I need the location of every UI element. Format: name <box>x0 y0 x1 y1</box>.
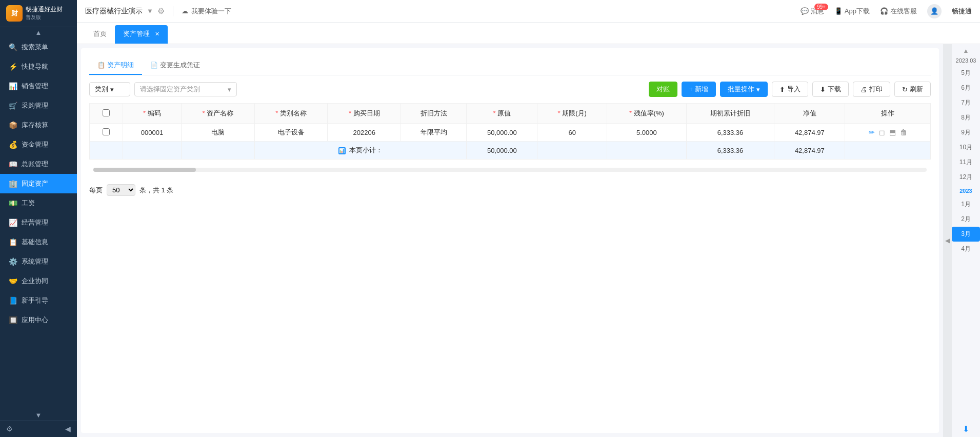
sidebar-item-search[interactable]: 🔍 搜索菜单 <box>0 37 77 57</box>
row-checkbox[interactable] <box>103 128 110 135</box>
col-name: * 资产名称 <box>181 104 254 124</box>
table-row: 000001 电脑 电子设备 202206 年限平均 50,000.00 60 … <box>90 124 931 142</box>
download-label: 下载 <box>828 85 841 94</box>
sidebar-item-system[interactable]: ⚙️ 系统管理 <box>0 252 77 271</box>
download-button[interactable]: ⬇ 下载 <box>812 82 849 97</box>
basic-info-icon: 📋 <box>8 238 17 246</box>
page-size-select[interactable]: 50 10 20 100 <box>107 184 135 196</box>
tab-asset-mgmt-close[interactable]: ✕ <box>155 31 159 37</box>
topbar-feedback[interactable]: ☁ 我要体验一下 <box>182 7 231 16</box>
topbar-settings-icon[interactable]: ⚙ <box>157 6 165 16</box>
username-label: 畅捷通 <box>952 7 972 16</box>
col-period: * 期限(月) <box>537 104 607 124</box>
messages-action[interactable]: 💬 消息 99+ <box>801 7 824 16</box>
date-month-11[interactable]: 11月 <box>952 155 980 170</box>
sidebar-item-app-center[interactable]: 🔲 应用中心 <box>0 310 77 330</box>
sidebar-label-basic-info: 基础信息 <box>22 237 48 247</box>
subtotal-original-value: 50,000.00 <box>467 142 537 160</box>
reconcile-button[interactable]: 对账 <box>649 82 677 97</box>
total-label: 条，共 1 条 <box>139 186 173 195</box>
date-scroll-down[interactable]: ⬇ <box>952 423 980 435</box>
date-month-5[interactable]: 5月 <box>952 66 980 81</box>
tab-home[interactable]: 首页 <box>85 25 115 44</box>
sidebar-label-salary: 工资 <box>22 198 35 208</box>
row-depreciation-method: 年限平均 <box>401 124 467 142</box>
row-period: 60 <box>537 124 607 142</box>
tab-asset-mgmt[interactable]: 资产管理 ✕ <box>115 25 168 44</box>
col-original-value: * 原值 <box>467 104 537 124</box>
sidebar-label-sales: 销售管理 <box>22 82 48 91</box>
date-month-10[interactable]: 10月 <box>952 140 980 155</box>
new-button[interactable]: + 新增 <box>682 82 716 97</box>
edit-icon[interactable]: ✏ <box>869 128 875 136</box>
refresh-button[interactable]: ↻ 刷新 <box>894 82 931 97</box>
scrollbar-thumb[interactable] <box>93 168 196 172</box>
page-size-label: 每页 <box>89 186 103 195</box>
category-filter-select[interactable]: 类别 ▾ <box>89 82 130 96</box>
row-initial-depreciation: 6,333.36 <box>686 124 774 142</box>
col-net-value: 净值 <box>774 104 845 124</box>
sidebar: 财 畅捷通好业财 普及版 ▲ 🔍 搜索菜单 ⚡ 快捷导航 📊 销售管理 🛒 采购… <box>0 0 77 437</box>
sidebar-item-guide[interactable]: 📘 新手引导 <box>0 291 77 310</box>
sidebar-item-fixed-assets[interactable]: 🏢 固定资产 <box>0 174 77 193</box>
download-icon: ⬇ <box>820 86 826 93</box>
category-filter-label: 类别 <box>95 85 108 94</box>
messages-icon: 💬 <box>801 7 809 15</box>
collapse-icon[interactable]: ◀ <box>65 425 71 433</box>
date-month-7[interactable]: 7月 <box>952 95 980 110</box>
batch-chevron-icon: ▾ <box>756 86 760 93</box>
toolbar: 类别 ▾ 请选择固定资产类别 ▾ 对账 + 新增 <box>89 82 931 97</box>
sidebar-scroll-up[interactable]: ▲ <box>0 27 77 37</box>
row-original-value: 50,000.00 <box>467 124 537 142</box>
logo-text: 畅捷通好业财 普及版 <box>26 6 63 21</box>
company-dropdown-icon[interactable]: ▼ <box>147 7 153 15</box>
delete-icon[interactable]: 🗑 <box>900 128 907 136</box>
topbar-divider <box>173 6 173 16</box>
date-month-1[interactable]: 1月 <box>952 197 980 212</box>
settings-icon[interactable]: ⚙ <box>6 425 13 433</box>
date-month-4[interactable]: 4月 <box>952 242 980 256</box>
subtotal-empty-residual <box>607 142 686 160</box>
sidebar-scroll-down[interactable]: ▼ <box>0 410 77 420</box>
export-button[interactable]: ⬆ 导入 <box>772 82 808 97</box>
sub-tab-change-voucher[interactable]: 📄 变更生成凭证 <box>142 56 208 75</box>
copy-icon[interactable]: ◻ <box>879 128 885 136</box>
print-button[interactable]: 🖨 打印 <box>853 82 890 97</box>
sidebar-item-purchase[interactable]: 🛒 采购管理 <box>0 96 77 115</box>
sidebar-item-inventory[interactable]: 📦 库存核算 <box>0 115 77 135</box>
date-month-12[interactable]: 12月 <box>952 170 980 185</box>
row-checkbox-cell <box>90 124 123 142</box>
user-avatar[interactable]: 👤 <box>927 4 942 18</box>
date-month-8[interactable]: 8月 <box>952 110 980 125</box>
tabs-bar: 首页 资产管理 ✕ <box>77 23 980 44</box>
select-all-checkbox[interactable] <box>103 109 110 116</box>
sidebar-item-sales[interactable]: 📊 销售管理 <box>0 76 77 96</box>
sub-tab-asset-detail[interactable]: 📋 资产明细 <box>89 56 142 75</box>
sidebar-item-quick-nav[interactable]: ⚡ 快捷导航 <box>0 57 77 76</box>
date-month-6[interactable]: 6月 <box>952 81 980 95</box>
sidebar-item-funds[interactable]: 💰 资金管理 <box>0 135 77 154</box>
share-icon[interactable]: ⬒ <box>889 128 896 136</box>
sidebar-item-enterprise[interactable]: 🤝 企业协同 <box>0 271 77 291</box>
date-month-9[interactable]: 9月 <box>952 125 980 140</box>
sidebar-item-basic-info[interactable]: 📋 基础信息 <box>0 232 77 252</box>
purchase-icon: 🛒 <box>8 102 17 110</box>
date-scroll-up[interactable]: ▲ <box>952 46 980 55</box>
subtotal-label-cell: 📊 本页小计： <box>254 142 467 160</box>
sidebar-item-operations[interactable]: 📈 经营管理 <box>0 213 77 232</box>
category-filter-input[interactable]: 请选择固定资产类别 ▾ <box>134 82 237 96</box>
date-month-3-active[interactable]: 3月 <box>952 227 980 242</box>
batch-button[interactable]: 批量操作 ▾ <box>720 82 768 97</box>
horizontal-scrollbar[interactable] <box>89 166 931 174</box>
date-year-2023: 2023 <box>952 185 980 197</box>
subtotal-net-value: 42,874.97 <box>774 142 845 160</box>
sidebar-item-salary[interactable]: 💵 工资 <box>0 193 77 213</box>
logo-icon: 财 <box>6 5 23 22</box>
sidebar-label-system: 系统管理 <box>22 257 48 266</box>
customer-service-action[interactable]: 🎧 在线客服 <box>880 7 917 16</box>
date-month-2[interactable]: 2月 <box>952 212 980 227</box>
app-center-icon: 🔲 <box>8 316 17 324</box>
date-sidebar-toggle[interactable]: ◀ <box>943 44 951 437</box>
sidebar-item-ledger[interactable]: 📖 总账管理 <box>0 154 77 174</box>
app-download-action[interactable]: 📱 App下载 <box>834 7 870 16</box>
